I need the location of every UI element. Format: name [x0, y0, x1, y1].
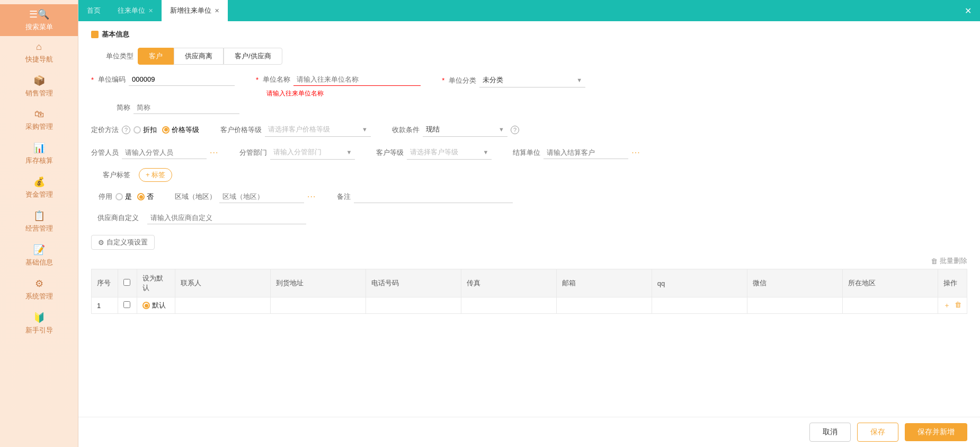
region-input[interactable]: [219, 190, 304, 203]
sidebar-item-operations[interactable]: 📋 经营管理: [0, 205, 78, 239]
select-all-checkbox[interactable]: [123, 279, 130, 286]
close-all-tabs-button[interactable]: ✕: [956, 6, 980, 16]
save-and-new-button[interactable]: 保存并新增: [905, 423, 967, 441]
department-chevron-icon: ▼: [346, 149, 352, 155]
unit-name-error: 请输入往来单位名称: [266, 89, 324, 98]
sidebar-item-sales[interactable]: 📦 销售管理: [0, 69, 78, 103]
customer-price-level-select[interactable]: 请选择客户价格等级 ▼: [265, 122, 371, 137]
email-input[interactable]: [562, 302, 646, 310]
col-phone: 电话号码: [366, 269, 461, 297]
type-btn-both[interactable]: 客户/供应商: [224, 48, 282, 65]
default-radio-circle: [142, 302, 150, 309]
sales-icon: 📦: [33, 75, 45, 86]
col-qq: qq: [652, 269, 747, 297]
unit-category-select[interactable]: 未分类 ▼: [479, 73, 585, 87]
unit-name-required: *: [256, 76, 259, 84]
unit-name-input[interactable]: [293, 73, 421, 86]
col-region: 所在地区: [842, 269, 938, 297]
sidebar-item-search[interactable]: ☰🔍 搜索菜单: [0, 4, 78, 36]
phone-input[interactable]: [371, 302, 456, 310]
row-contact[interactable]: [175, 297, 270, 314]
batch-delete-area[interactable]: 🗑 批量删除: [91, 256, 967, 266]
contact-input[interactable]: [181, 302, 265, 310]
notes-input[interactable]: [354, 190, 513, 203]
flag-icon: [91, 31, 99, 38]
tab-new-partner[interactable]: 新增往来单位 ✕: [162, 0, 228, 21]
add-row-icon[interactable]: ＋: [943, 301, 950, 310]
abbr-input[interactable]: [133, 101, 239, 114]
row-actions: ＋ 🗑: [938, 297, 967, 314]
radio-disabled-no[interactable]: 否: [137, 192, 154, 201]
cancel-button[interactable]: 取消: [809, 423, 851, 442]
search-icon: ☰🔍: [29, 8, 49, 20]
add-tag-button[interactable]: + 标签: [139, 168, 172, 182]
unit-category-chevron-icon: ▼: [576, 77, 582, 83]
col-contact: 联系人: [175, 269, 270, 297]
col-default: 设为默认: [137, 269, 175, 297]
wechat-input[interactable]: [753, 302, 837, 310]
address-input[interactable]: [276, 302, 360, 310]
settlement-unit-input[interactable]: [544, 146, 628, 159]
unit-code-label: 单位编码: [98, 75, 126, 84]
manager-more-icon[interactable]: ···: [210, 148, 218, 157]
sidebar-item-basic[interactable]: 📝 基础信息: [0, 239, 78, 273]
sidebar-item-guide[interactable]: 🔰 新手引导: [0, 306, 78, 340]
manager-label: 分管人员: [91, 148, 119, 157]
row-region[interactable]: [842, 297, 938, 314]
row-wechat[interactable]: [747, 297, 842, 314]
sidebar-item-inventory[interactable]: 📊 库存核算: [0, 137, 78, 171]
finance-icon: 💰: [33, 176, 45, 188]
row-fax[interactable]: [461, 297, 556, 314]
basic-icon: 📝: [33, 244, 45, 256]
payment-help-icon[interactable]: ?: [511, 126, 519, 134]
sidebar-item-system[interactable]: ⚙ 系统管理: [0, 273, 78, 306]
settlement-more-icon[interactable]: ···: [631, 148, 640, 157]
close-new-partner-tab-icon[interactable]: ✕: [215, 7, 219, 14]
row-qq[interactable]: [652, 297, 747, 314]
tab-home[interactable]: 首页: [78, 0, 109, 21]
row-phone[interactable]: [366, 297, 461, 314]
disabled-label: 停用: [91, 192, 112, 201]
disabled-radio-group: 是 否: [115, 192, 154, 201]
trash-icon: 🗑: [931, 257, 938, 265]
purchase-icon: 🛍: [34, 109, 44, 120]
sidebar: ☰🔍 搜索菜单 ⌂ 快捷导航 📦 销售管理 🛍 采购管理 📊 库存核算 💰 资金…: [0, 0, 78, 447]
sidebar-item-quicknav[interactable]: ⌂ 快捷导航: [0, 36, 78, 69]
sidebar-item-purchase[interactable]: 🛍 采购管理: [0, 103, 78, 137]
department-select[interactable]: 请输入分管部门 ▼: [270, 145, 355, 160]
qq-input[interactable]: [657, 302, 742, 310]
type-btn-customer[interactable]: 客户: [138, 48, 174, 65]
row-address[interactable]: [270, 297, 366, 314]
sidebar-item-finance[interactable]: 💰 资金管理: [0, 171, 78, 205]
unit-type-label: 单位类型: [91, 51, 133, 61]
unit-name-label: 单位名称: [263, 75, 290, 84]
type-btn-supplier[interactable]: 供应商离: [174, 48, 224, 65]
radio-disabled-yes[interactable]: 是: [115, 192, 132, 201]
delete-row-icon[interactable]: 🗑: [955, 301, 961, 310]
radio-discount[interactable]: 折扣: [133, 125, 157, 135]
gear-icon: ⚙: [98, 239, 104, 247]
tab-partners[interactable]: 往来单位 ✕: [109, 0, 162, 21]
radio-level[interactable]: 价格等级: [162, 125, 199, 135]
inventory-icon: 📊: [33, 142, 45, 154]
supplier-custom-input[interactable]: [147, 212, 306, 224]
manager-input[interactable]: [122, 146, 207, 159]
department-label: 分管部门: [239, 148, 267, 157]
region-more-icon[interactable]: ···: [307, 192, 316, 201]
row-checkbox[interactable]: [118, 297, 137, 314]
payment-terms-select[interactable]: 现结 ▼: [423, 122, 507, 137]
main-area: 首页 往来单位 ✕ 新增往来单位 ✕ ✕ 基本信息 单位类型 客户 供应商离 客…: [78, 0, 980, 447]
row-select-checkbox[interactable]: [123, 301, 130, 308]
unit-code-input[interactable]: [129, 73, 235, 86]
custom-settings-button[interactable]: ⚙ 自定义项设置: [91, 235, 155, 250]
customer-level-select[interactable]: 请选择客户等级 ▼: [407, 145, 492, 160]
payment-terms-chevron-icon: ▼: [498, 126, 504, 133]
unit-category-field: * 单位分类 未分类 ▼: [442, 73, 585, 87]
radio-default[interactable]: 默认: [142, 301, 170, 310]
pricing-help-icon[interactable]: ?: [122, 126, 130, 134]
save-button[interactable]: 保存: [857, 423, 898, 442]
row-email[interactable]: [556, 297, 652, 314]
close-partners-tab-icon[interactable]: ✕: [148, 7, 153, 14]
row-region-input[interactable]: [848, 302, 932, 310]
fax-input[interactable]: [467, 302, 551, 310]
